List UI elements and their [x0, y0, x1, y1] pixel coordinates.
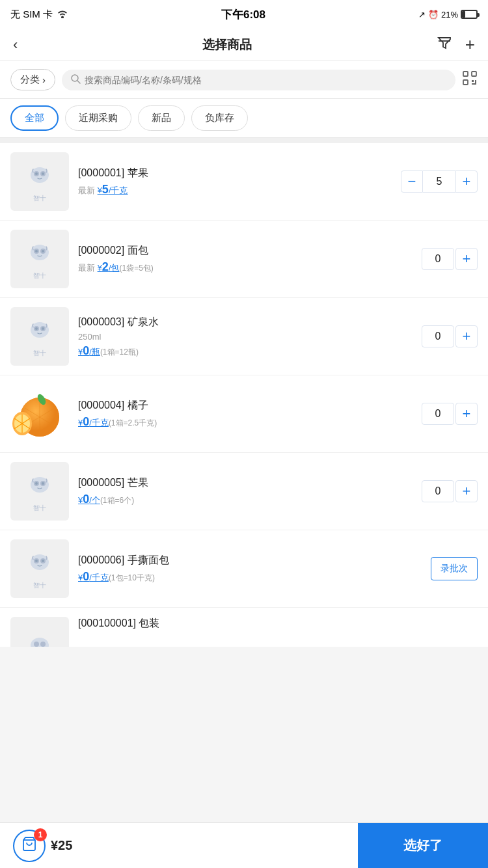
quantity-control: +: [422, 248, 478, 270]
filter-icon[interactable]: [437, 35, 452, 55]
battery-icon: [461, 10, 478, 19]
owl-icon: [27, 470, 53, 501]
nav-bar: ‹ 选择商品 +: [0, 29, 488, 61]
owl-placeholder: 智十: [27, 238, 53, 280]
product-price: ¥0/瓶(1箱=12瓶): [78, 344, 413, 358]
svg-point-17: [35, 250, 38, 252]
brand-label: 智十: [33, 581, 46, 590]
decrement-button[interactable]: −: [401, 170, 423, 193]
svg-point-13: [42, 172, 44, 175]
increment-button[interactable]: +: [455, 248, 478, 270]
table-row: 智十 [0000002] 面包 最新 ¥2/包(1袋=5包) +: [0, 221, 488, 298]
table-row: 智十 [0000003] 矿泉水 250ml ¥0/瓶(1箱=12瓶) +: [0, 298, 488, 375]
add-icon[interactable]: +: [465, 34, 475, 55]
status-right: ↗ ⏰ 21%: [418, 10, 478, 20]
increment-button[interactable]: +: [455, 403, 478, 425]
tab-recent[interactable]: 近期采购: [65, 105, 131, 131]
svg-rect-4: [463, 80, 468, 85]
owl-placeholder: 智十: [27, 316, 53, 358]
product-info: [0000002] 面包 最新 ¥2/包(1袋=5包): [78, 244, 413, 274]
svg-rect-7: [475, 80, 476, 85]
cart-total: ¥25: [51, 838, 72, 853]
cart-button[interactable]: 1: [13, 830, 46, 862]
owl-placeholder: 智十: [27, 161, 53, 203]
owl-placeholder: [27, 631, 53, 647]
category-label: 分类: [20, 74, 40, 86]
location-icon: ↗: [418, 10, 426, 20]
svg-rect-3: [463, 72, 468, 76]
product-info: [0000003] 矿泉水 250ml ¥0/瓶(1箱=12瓶): [78, 316, 413, 358]
product-info: [0000004] 橘子 ¥0/千克(1箱=2.5千克): [78, 399, 413, 429]
confirm-button[interactable]: 选好了: [358, 823, 488, 869]
brand-label: 智十: [33, 504, 46, 513]
owl-placeholder: 智十: [27, 470, 53, 513]
svg-point-23: [42, 327, 44, 330]
owl-icon: [27, 161, 53, 191]
brand-label: 智十: [33, 194, 46, 203]
svg-point-39: [42, 560, 44, 562]
svg-rect-5: [472, 72, 476, 76]
category-arrow: ›: [42, 74, 46, 85]
carrier-text: 无 SIM 卡: [10, 8, 53, 21]
tab-all[interactable]: 全部: [10, 105, 59, 131]
quantity-input[interactable]: [422, 480, 454, 502]
quantity-input[interactable]: [423, 170, 455, 193]
cart-section: 1 ¥25: [0, 830, 358, 862]
wifi-icon: [57, 9, 68, 20]
table-row: [0000004] 橘子 ¥0/千克(1箱=2.5千克) +: [0, 375, 488, 453]
product-image: 智十: [10, 230, 69, 288]
product-price: 最新 ¥5/千克: [78, 183, 392, 197]
brand-label: 智十: [33, 271, 46, 280]
product-image: 智十: [10, 307, 69, 366]
product-price: ¥0/千克(1箱=2.5千克): [78, 415, 413, 429]
increment-button[interactable]: +: [455, 480, 478, 502]
product-info: [0000005] 芒果 ¥0/个(1箱=6个): [78, 476, 413, 506]
svg-rect-8: [472, 83, 475, 85]
scan-icon[interactable]: [462, 70, 478, 89]
category-button[interactable]: 分类 ›: [10, 69, 55, 90]
search-input[interactable]: [85, 75, 446, 85]
tab-new[interactable]: 新品: [138, 105, 185, 131]
back-button[interactable]: ‹: [13, 36, 18, 53]
search-icon: [71, 74, 81, 86]
increment-button[interactable]: +: [455, 170, 478, 193]
product-price: 最新 ¥2/包(1袋=5包): [78, 260, 413, 274]
quantity-input[interactable]: [422, 403, 454, 425]
product-list: 智十 [0000001] 苹果 最新 ¥5/千克 − + 智十 [000000: [0, 143, 488, 647]
quantity-input[interactable]: [422, 248, 454, 270]
product-image: [10, 617, 69, 647]
owl-icon: [27, 548, 53, 578]
quantity-control: +: [422, 480, 478, 502]
table-row: 智十 [0000005] 芒果 ¥0/个(1箱=6个) +: [0, 453, 488, 530]
tabs-bar: 全部 近期采购 新品 负库存: [0, 99, 488, 138]
quantity-control: +: [422, 325, 478, 347]
product-image: [10, 385, 69, 443]
svg-point-33: [35, 482, 38, 485]
quantity-input[interactable]: [422, 325, 454, 347]
quantity-control: +: [422, 403, 478, 425]
owl-placeholder: 智十: [27, 548, 53, 590]
page-title: 选择商品: [202, 36, 252, 53]
search-input-wrap: [62, 70, 455, 90]
record-batch-button[interactable]: 录批次: [431, 557, 478, 580]
status-time: 下午6:08: [221, 7, 265, 22]
bottom-bar: 1 ¥25 选好了: [0, 822, 488, 868]
product-image: 智十: [10, 152, 69, 211]
product-price: ¥0/个(1箱=6个): [78, 493, 413, 506]
svg-point-22: [35, 327, 38, 330]
status-bar: 无 SIM 卡 下午6:08 ↗ ⏰ 21%: [0, 0, 488, 29]
svg-point-42: [40, 642, 46, 647]
product-info: [000100001] 包装: [78, 617, 478, 633]
product-name: [0000002] 面包: [78, 244, 413, 258]
svg-point-38: [35, 560, 38, 562]
owl-icon: [27, 316, 53, 346]
tab-negative[interactable]: 负库存: [191, 105, 248, 131]
product-name: [0000004] 橘子: [78, 399, 413, 413]
increment-button[interactable]: +: [455, 325, 478, 347]
search-bar: 分类 ›: [0, 61, 488, 99]
svg-point-12: [35, 172, 38, 175]
svg-point-34: [42, 482, 44, 485]
svg-rect-6: [472, 80, 474, 82]
battery-percent: 21%: [441, 10, 458, 20]
owl-icon: [27, 238, 53, 269]
